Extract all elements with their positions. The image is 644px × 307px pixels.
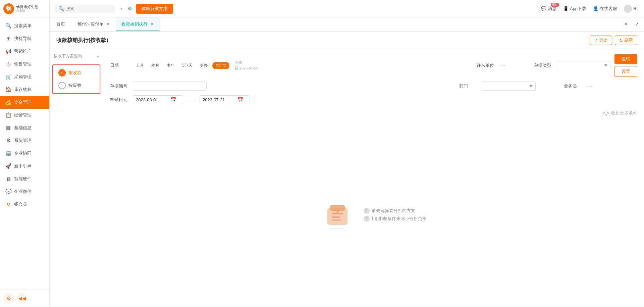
header-search-box[interactable]: 🔍 — [55, 5, 115, 13]
query-row-1: 日期 上月 本月 本年 近7天 更多 自定义 不限 至 2023-07-26 — [110, 54, 637, 77]
enterprise-icon: 🏢 — [5, 150, 11, 156]
refresh-icon: ↻ — [619, 38, 623, 43]
message-icon: 💬 — [541, 6, 546, 11]
filter-option-label: 按收款 — [68, 70, 82, 76]
header-gear-icon[interactable]: ⚙ — [127, 5, 132, 12]
verify-date-start-input[interactable] — [136, 97, 169, 102]
message-badge: 99+ — [551, 3, 559, 7]
verify-date-label: 核销日期 — [110, 97, 129, 103]
basic-info-icon: ▦ — [5, 125, 11, 131]
sidebar-item-smart-hw[interactable]: 🖥 智能硬件 — [0, 172, 49, 185]
tab-prepay[interactable]: 预付冲应付单 ✕ — [72, 17, 116, 31]
message-btn[interactable]: 💬 消息 99+ — [541, 6, 556, 12]
main-area: 🔍 ▼ ⚙ 体验行业方案 💬 消息 99+ 📱 App下载 👤 在线客服 Rit — [50, 0, 644, 307]
refresh-btn[interactable]: ↻ 刷新 — [615, 36, 637, 45]
partner-label: 往来单位 — [477, 62, 495, 68]
calendar-icon[interactable]: 📅 — [171, 97, 176, 102]
staff-select-btn[interactable]: ··· — [587, 83, 593, 89]
top-header: 🔍 ▼ ⚙ 体验行业方案 💬 消息 99+ 📱 App下载 👤 在线客服 Rit — [50, 0, 644, 17]
app-download-btn[interactable]: 📱 App下载 — [563, 6, 586, 12]
sidebar-nav: 🔍 搜索菜单 ⊞ 快捷导航 📢 营销推广 ◎ 销售管理 🛒 采购管理 🏠 库存核… — [0, 17, 49, 289]
doc-no-input[interactable] — [133, 82, 207, 91]
date-tab-last-month[interactable]: 上月 — [133, 62, 147, 69]
date-info: 不限 至 2023-07-26 — [235, 60, 258, 71]
staff-label: 业务员 — [564, 83, 583, 89]
partner-select-btn[interactable]: ··· — [499, 62, 506, 68]
app-name: 畅捷通好生意 — [16, 4, 38, 9]
tab-bar-actions: ✕ ⤢ — [621, 17, 644, 31]
sidebar-item-operation[interactable]: 📋 经营管理 — [0, 109, 49, 121]
hardware-icon: 🖥 — [5, 176, 11, 182]
sidebar-item-enterprise[interactable]: 🏢 企业协同 — [0, 147, 49, 160]
date-tab-7days[interactable]: 近7天 — [179, 62, 196, 69]
date-tab-this-year[interactable]: 本年 — [164, 62, 178, 69]
date-tab-custom[interactable]: 自定义 — [212, 62, 229, 69]
tab-expand-btn[interactable]: ⤢ — [632, 20, 641, 29]
settings-icon: ⚙ — [5, 138, 11, 144]
empty-tips: 1 请先选择要分析的方案 2 用[过滤]条件来缩小分析范围 — [364, 208, 426, 222]
tab-receipt-verify[interactable]: 收款核销执行 ✕ — [116, 17, 160, 31]
sidebar-item-purchase[interactable]: 🛒 采购管理 — [0, 70, 49, 83]
sidebar-item-label: 新手引导 — [14, 163, 32, 169]
header-search-input[interactable] — [66, 6, 110, 11]
date-tab-more[interactable]: 更多 — [197, 62, 211, 69]
export-btn[interactable]: ↗ 导出 — [590, 36, 612, 45]
logo-icon: 畅 — [3, 3, 14, 14]
date-tab-this-month[interactable]: 本月 — [148, 62, 162, 69]
svg-rect-3 — [332, 216, 340, 218]
verify-date-end-input[interactable] — [203, 97, 236, 102]
sidebar-bottom: ⚙ ◀◀ — [0, 289, 49, 307]
tab-close-btn[interactable]: ✕ — [106, 21, 110, 27]
date-tabs: 上月 本月 本年 近7天 更多 自定义 — [133, 62, 229, 69]
sidebar-item-corp-wechat[interactable]: 💬 企业微信 — [0, 185, 49, 198]
user-info[interactable]: Rit — [624, 5, 639, 13]
empty-state: ! 1 请先选择要分析的方案 2 用[过滤]条件来缩小分析范围 — [103, 122, 644, 307]
sidebar-collapse-btn[interactable]: ◀◀ — [17, 293, 28, 304]
settings-query-btn[interactable]: 设置 — [614, 66, 637, 77]
user-avatar — [624, 5, 632, 13]
member-icon: V — [5, 202, 11, 207]
sidebar-item-basic-info[interactable]: ▦ 基础信息 — [0, 121, 49, 134]
query-row-3: 核销日期 📅 — 📅 — [110, 95, 637, 104]
sidebar-item-label: 搜索菜单 — [14, 23, 32, 29]
calendar-icon[interactable]: 📅 — [237, 97, 243, 102]
tab-close-btn[interactable]: ✕ — [150, 21, 154, 27]
bottom-settings-btn[interactable]: ⚙ — [3, 293, 14, 304]
sidebar-item-new-guide[interactable]: 🚀 新手引导 — [0, 160, 49, 172]
filter-collapse-icon[interactable]: » — [96, 54, 99, 59]
dept-select[interactable] — [482, 82, 536, 91]
sidebar-item-label: 采购管理 — [14, 74, 32, 80]
sidebar-item-inventory[interactable]: 🏠 库存核算 — [0, 83, 49, 96]
sidebar-item-label: 企业微信 — [14, 189, 32, 195]
sidebar: 畅 畅捷通好生意 标准版 🔍 搜索菜单 ⊞ 快捷导航 📢 营销推广 ◎ 销售管理… — [0, 0, 50, 307]
filter-option-by-receivable[interactable]: ⏱ 按应收 — [53, 79, 100, 92]
online-service-btn[interactable]: 👤 在线客服 — [593, 6, 617, 12]
filter-sidebar-title: 按以下方案查询 » — [50, 53, 103, 62]
doc-type-select[interactable] — [557, 61, 610, 70]
sidebar-item-label: 营销推广 — [14, 48, 32, 54]
query-btn[interactable]: 查询 — [614, 54, 637, 64]
sidebar-item-label: 库存核算 — [14, 87, 32, 93]
home-icon: ⊞ — [5, 36, 11, 42]
sidebar-item-sys-mgmt[interactable]: ⚙ 系统管理 — [0, 134, 49, 147]
svg-rect-4 — [332, 219, 341, 221]
date-no-limit: 不限 — [235, 60, 258, 65]
download-icon: 📱 — [563, 6, 569, 11]
sidebar-item-fund[interactable]: 💰 资金管理 — [0, 96, 49, 109]
sidebar-item-search[interactable]: 🔍 搜索菜单 — [0, 19, 49, 32]
receivable-icon: ⏱ — [58, 82, 66, 89]
sidebar-item-member[interactable]: V 畅会员 — [0, 198, 49, 211]
collapse-more-btn[interactable]: ⋀⋀ 收起更多条件 — [110, 109, 637, 117]
marketing-icon: 📢 — [5, 48, 11, 54]
filter-option-by-receipt[interactable]: ⊙ 按收款 — [53, 66, 100, 79]
sidebar-item-label: 畅会员 — [14, 201, 27, 207]
sidebar-item-quick-nav[interactable]: ⊞ 快捷导航 — [0, 32, 49, 45]
tab-bar: 首页 预付冲应付单 ✕ 收款核销执行 ✕ ✕ ⤢ — [50, 17, 644, 32]
sidebar-item-sales[interactable]: ◎ 销售管理 — [0, 58, 49, 70]
sidebar-item-marketing[interactable]: 📢 营销推广 — [0, 45, 49, 58]
tab-home[interactable]: 首页 — [50, 17, 72, 31]
filter-options-box: ⊙ 按收款 ⏱ 按应收 — [52, 64, 100, 94]
tab-label: 预付冲应付单 — [77, 21, 104, 27]
industry-btn[interactable]: 体验行业方案 — [136, 4, 173, 14]
tab-close-all-btn[interactable]: ✕ — [621, 20, 631, 29]
